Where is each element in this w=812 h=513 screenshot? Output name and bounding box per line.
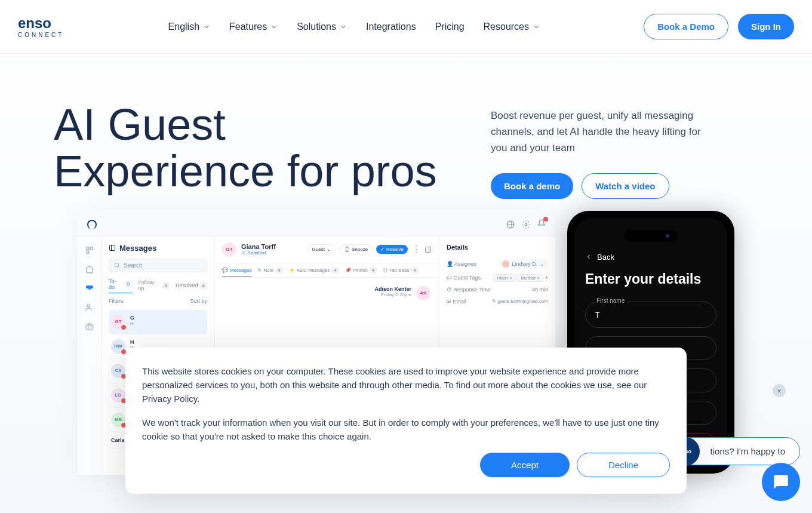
gear-icon	[522, 220, 530, 229]
tab-followup-label: Follow-up	[138, 279, 160, 291]
tab-todo-label: To- do	[109, 278, 123, 290]
notification-badge	[543, 217, 548, 222]
chat-bubble-close[interactable]: ×	[773, 384, 786, 397]
mock-top-icons	[506, 219, 546, 230]
logo-bottom: CONNECT	[18, 32, 64, 38]
chevron-down-icon	[270, 23, 278, 30]
chevron-down-icon	[203, 23, 210, 30]
main-nav: English Features Solutions Integrations …	[168, 21, 540, 32]
detail-email: ✉ Email ✎ giana.torff9@gmail.com	[447, 299, 548, 305]
detail-response-label: ⏱ Response Time	[447, 287, 491, 293]
convo-avatar: HW	[111, 339, 125, 354]
phone-first-name-value: T	[595, 311, 599, 320]
cookie-accept-button[interactable]: Accept	[480, 453, 570, 477]
briefcase-icon	[85, 322, 94, 331]
site-header: enso CONNECT English Features Solutions …	[0, 0, 812, 54]
convo-avatar: LG	[111, 388, 125, 403]
svg-point-10	[115, 263, 119, 267]
detail-tags-label: 🏷 Guest Tags	[447, 275, 481, 281]
more-icon: ⋮	[411, 244, 421, 255]
nav-english[interactable]: English	[168, 21, 210, 32]
chat-message-sender: Adison Kenter	[374, 286, 411, 292]
chat-message-avatar: AK	[416, 286, 430, 300]
logo[interactable]: enso CONNECT	[18, 15, 64, 38]
hero-right: Boost revenue per guest, unify all messa…	[491, 102, 758, 199]
tag-hiker: Hiker ×	[493, 274, 516, 282]
detail-tags: 🏷 Guest Tags Hiker × Mother × +	[447, 275, 548, 281]
nav-integrations[interactable]: Integrations	[366, 21, 416, 32]
detail-assignee-value: Lindsey D. ⌄	[499, 259, 548, 269]
svg-rect-7	[86, 325, 93, 330]
nav-solutions[interactable]: Solutions	[297, 21, 347, 32]
cookie-banner: This website stores cookies on your comp…	[125, 348, 687, 494]
nav-features[interactable]: Features	[229, 21, 278, 32]
chat-tab-tabbase: ◫ Tab Base 4	[383, 267, 419, 274]
details-title: Details	[447, 244, 548, 251]
chat-icon	[773, 474, 789, 490]
detail-tags-values: Hiker × Mother × +	[493, 275, 548, 281]
svg-line-11	[118, 266, 119, 268]
conversation-tabs: To- do 9 Follow-up 4 Resolved 4	[109, 278, 207, 293]
conversation-row: GT G H	[109, 310, 207, 334]
tab-resolved-count: 4	[200, 282, 207, 289]
nav-english-label: English	[168, 21, 199, 32]
tab-todo-count: 9	[125, 281, 132, 287]
grid-icon	[85, 246, 94, 254]
detail-email-label: ✉ Email	[447, 299, 466, 305]
inbox-icon	[85, 284, 94, 293]
sign-in-button[interactable]: Sign In	[738, 14, 794, 39]
filters-label: Filters	[109, 298, 124, 304]
nav-resources[interactable]: Resources	[484, 21, 540, 32]
chat-tab-messages: 💬 Messages	[222, 267, 251, 277]
convo-avatar: MS	[111, 413, 125, 427]
mock-topbar	[78, 219, 555, 236]
nav-pricing[interactable]: Pricing	[435, 21, 465, 32]
chevron-down-icon	[340, 23, 347, 30]
cookie-decline-button[interactable]: Decline	[577, 453, 670, 477]
convo-name: H	[130, 339, 205, 345]
hero-book-demo-button[interactable]: Book a demo	[491, 173, 573, 199]
phone-notch	[624, 230, 678, 242]
book-demo-button[interactable]: Book a Demo	[644, 14, 728, 39]
tag-mother: Mother ×	[517, 274, 543, 282]
nav-solutions-label: Solutions	[297, 21, 336, 32]
svg-rect-5	[86, 251, 88, 253]
detail-email-value: ✎ giana.torff9@gmail.com	[492, 299, 548, 304]
search-icon	[114, 262, 120, 268]
svg-rect-3	[86, 247, 88, 249]
detail-response-value: 40 min	[532, 287, 548, 293]
hero-section: AI Guest Experience for pros Boost reven…	[0, 54, 812, 211]
chat-tabs: 💬 Messages ✎ Note 4 ⚡ Auto-messages 4 📌 …	[215, 263, 439, 278]
cookie-text-1: This website stores cookies on your comp…	[142, 364, 670, 406]
hero-buttons: Book a demo Watch a video	[491, 173, 758, 199]
convo-avatar: CS	[111, 364, 125, 378]
phone-back-button: Back	[585, 253, 716, 262]
convo-name: G	[130, 315, 205, 321]
snooze-chip: ⌚ Snooze	[339, 244, 373, 254]
phone-first-name-label: First name	[594, 297, 627, 304]
search-placeholder: Search	[124, 262, 143, 269]
header-buttons: Book a Demo Sign In	[644, 14, 794, 39]
resolve-chip: ✓ Resolve	[376, 245, 408, 254]
nav-pricing-label: Pricing	[435, 21, 465, 32]
hero-title: AI Guest Experience for pros	[54, 102, 455, 194]
detail-response: ⏱ Response Time 40 min	[447, 287, 548, 293]
svg-point-6	[87, 304, 90, 307]
chat-bubble[interactable]: enso tions? I'm happy to	[674, 437, 800, 465]
chat-user-name: Giana Torff	[241, 243, 276, 250]
guest-chip: Guest ⌄	[307, 244, 336, 254]
chat-fab-button[interactable]	[762, 463, 800, 501]
phone-back-label: Back	[597, 253, 614, 262]
tab-followup: Follow-up 4	[138, 278, 170, 293]
watch-video-button[interactable]: Watch a video	[582, 173, 669, 199]
conversations-title-text: Messages	[119, 244, 156, 253]
nav-features-label: Features	[229, 21, 267, 32]
home-icon	[85, 265, 94, 274]
phone-first-name-field: First name T	[585, 302, 716, 328]
mock-logo-icon	[87, 220, 97, 229]
conversations-title: Messages	[109, 244, 207, 253]
chat-actions: Guest ⌄ ⌚ Snooze ✓ Resolve ⋮	[307, 242, 432, 257]
chat-tab-pinned: 📌 Pinned 4	[345, 267, 377, 274]
logo-top: enso	[18, 15, 51, 32]
list-filters-row: Filters Sort by	[109, 298, 207, 304]
